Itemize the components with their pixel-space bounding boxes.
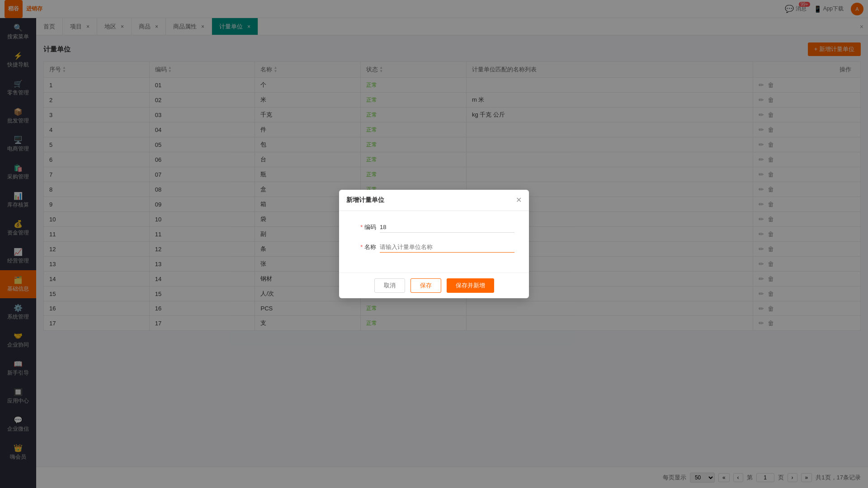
code-input[interactable] bbox=[380, 222, 514, 233]
name-label: 名称 bbox=[354, 243, 376, 251]
modal-overlay[interactable]: 新增计量单位 ✕ 编码 名称 取消 保存 保存并新增 bbox=[0, 0, 868, 488]
modal-header: 新增计量单位 ✕ bbox=[339, 190, 529, 211]
modal-body: 编码 名称 bbox=[339, 211, 529, 272]
form-row-code: 编码 bbox=[354, 222, 514, 233]
add-unit-modal: 新增计量单位 ✕ 编码 名称 取消 保存 保存并新增 bbox=[339, 190, 529, 298]
code-label: 编码 bbox=[354, 223, 376, 231]
name-input[interactable] bbox=[380, 242, 514, 253]
modal-footer: 取消 保存 保存并新增 bbox=[339, 272, 529, 298]
save-button[interactable]: 保存 bbox=[410, 278, 441, 293]
modal-title: 新增计量单位 bbox=[346, 196, 384, 204]
save-new-button[interactable]: 保存并新增 bbox=[447, 278, 494, 293]
cancel-button[interactable]: 取消 bbox=[374, 278, 405, 293]
modal-close-btn[interactable]: ✕ bbox=[516, 197, 522, 204]
form-row-name: 名称 bbox=[354, 242, 514, 253]
